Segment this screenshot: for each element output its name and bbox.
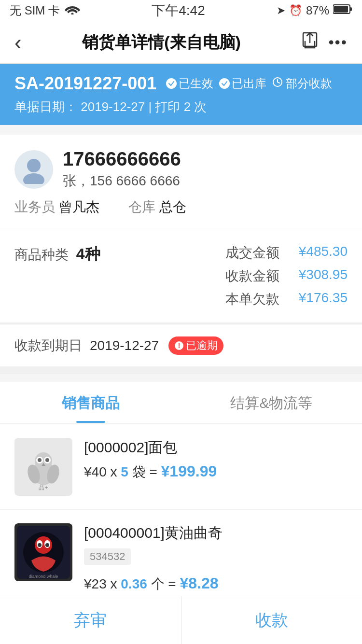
collect-payment-button[interactable]: 收款 [181, 596, 362, 644]
svg-rect-3 [334, 6, 348, 13]
svg-point-16 [45, 458, 49, 462]
product-image-2: diamond whale [14, 523, 72, 581]
product-price-2: ¥23 x 0.36 个 = ¥8.28 [84, 574, 348, 593]
customer-name-phone: 张，156 6666 6666 [63, 172, 181, 190]
check-icon-2 [219, 78, 230, 89]
more-icon[interactable]: ••• [328, 33, 348, 51]
product-info-1: [0000002]面包 ¥40 x 5 袋 = ¥199.99 [84, 438, 348, 496]
bottom-action-bar: 弃审 收款 [0, 596, 362, 644]
svg-text:!: ! [178, 342, 181, 350]
status-bar: 无 SIM 卡 下午4:42 ➤ ⏰ 87% [0, 0, 362, 21]
check-icon-1 [166, 78, 177, 89]
due-date-section: 收款到期日 2019-12-27 ! 已逾期 [0, 325, 362, 366]
product-item: diamond whale [000400001]黄油曲奇 534532 ¥23… [0, 510, 362, 607]
product-item: 品+ [0000002]面包 ¥40 x 5 袋 = ¥199.99 [0, 424, 362, 510]
location-icon: ➤ [277, 4, 285, 17]
nav-actions: ••• [301, 32, 348, 53]
svg-point-27 [45, 543, 49, 547]
time-display: 下午4:42 [152, 1, 205, 20]
product-info-2: [000400001]黄油曲奇 534532 ¥23 x 0.36 个 = ¥8… [84, 523, 348, 593]
products-list: 品+ [0000002]面包 ¥40 x 5 袋 = ¥199.99 [0, 424, 362, 607]
staff-detail: 业务员 曾凡杰 [14, 198, 99, 216]
product-image-1: 品+ [14, 438, 72, 496]
tag-partial-payment: 部分收款 [272, 76, 332, 91]
product-name-2: [000400001]黄油曲奇 [84, 523, 348, 543]
carrier-text: 无 SIM 卡 [10, 3, 60, 18]
battery-text: 87% [306, 4, 329, 17]
tag-shipped: 已出库 [219, 76, 266, 91]
clock-icon [272, 77, 283, 90]
status-left: 无 SIM 卡 [10, 3, 80, 18]
customer-avatar [14, 150, 53, 189]
tag-effective: 已生效 [166, 76, 213, 91]
nav-bar: ‹ 销货单详情(来自电脑) ••• [0, 21, 362, 64]
status-right: ➤ ⏰ 87% [277, 4, 352, 17]
tab-sales-products[interactable]: 销售商品 [0, 382, 181, 423]
overdue-badge: ! 已逾期 [168, 336, 223, 355]
customer-section: 17666666666 张，156 6666 6666 业务员 曾凡杰 仓库 总… [0, 135, 362, 230]
tab-settlement[interactable]: 结算&物流等 [181, 382, 362, 423]
page-title: 销货单详情(来自电脑) [82, 31, 241, 54]
product-price-1: ¥40 x 5 袋 = ¥199.99 [84, 462, 348, 481]
svg-point-15 [38, 458, 42, 462]
svg-point-7 [23, 173, 44, 184]
summary-section: 商品种类 4种 成交金额 ¥485.30 收款金额 ¥308.95 本单欠款 ¥… [0, 230, 362, 322]
back-button[interactable]: ‹ [14, 30, 22, 55]
svg-point-26 [38, 543, 42, 547]
svg-rect-2 [350, 7, 352, 11]
share-icon[interactable] [301, 32, 319, 53]
cancel-review-button[interactable]: 弃审 [0, 596, 181, 644]
warehouse-detail: 仓库 总仓 [128, 198, 186, 216]
battery-icon [333, 4, 352, 17]
wifi-icon [65, 4, 80, 17]
order-date-row: 单据日期： 2019-12-27 | 打印 2 次 [14, 98, 348, 115]
product-name-1: [0000002]面包 [84, 438, 348, 458]
svg-point-6 [27, 159, 41, 172]
debt-amount-row: 本单欠款 ¥176.35 [225, 290, 348, 308]
tabs-section: 销售商品 结算&物流等 [0, 382, 362, 423]
customer-id: 17666666666 [63, 148, 181, 170]
svg-text:品+: 品+ [39, 484, 48, 491]
product-sku-2: 534532 [84, 548, 131, 565]
svg-point-0 [71, 13, 74, 15]
order-header-banner: SA-20191227-001 已生效 已出库 部分收款 [0, 64, 362, 125]
svg-text:diamond whale: diamond whale [29, 574, 58, 579]
receipt-amount-row: 收款金额 ¥308.95 [225, 267, 348, 285]
deal-amount-row: 成交金额 ¥485.30 [225, 244, 348, 262]
order-id: SA-20191227-001 [14, 73, 156, 94]
alarm-icon: ⏰ [289, 4, 302, 17]
